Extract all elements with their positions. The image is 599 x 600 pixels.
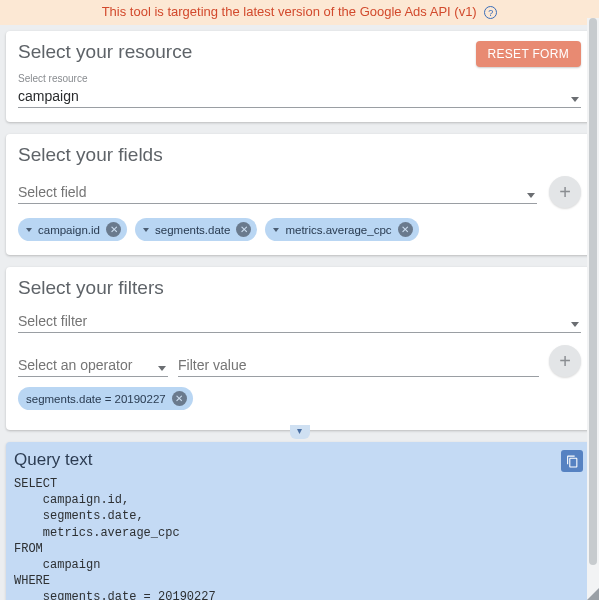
close-icon[interactable]: ✕: [236, 222, 251, 237]
filter-chips: segments.date = 20190227 ✕: [18, 387, 581, 410]
reset-form-button[interactable]: RESET FORM: [476, 41, 581, 67]
field-chip[interactable]: metrics.average_cpc ✕: [265, 218, 418, 241]
field-select[interactable]: [18, 180, 537, 204]
add-field-button[interactable]: +: [549, 176, 581, 208]
filter-select[interactable]: [18, 309, 581, 333]
banner-text: This tool is targeting the latest versio…: [102, 4, 360, 19]
help-icon[interactable]: ?: [484, 6, 497, 19]
filter-value-input[interactable]: [178, 353, 539, 377]
chip-label: segments.date: [155, 224, 230, 236]
resource-card: Select your resource RESET FORM Select r…: [6, 31, 593, 122]
add-filter-button[interactable]: +: [549, 345, 581, 377]
fields-card: Select your fields + campaign.id ✕ segme…: [6, 134, 593, 255]
scrollbar-vertical[interactable]: [587, 18, 599, 600]
chip-label: segments.date = 20190227: [26, 393, 166, 405]
close-icon[interactable]: ✕: [106, 222, 121, 237]
chip-label: campaign.id: [38, 224, 100, 236]
chevron-down-icon: [143, 228, 149, 232]
scrollbar-thumb[interactable]: [589, 18, 597, 565]
copy-button[interactable]: [561, 450, 583, 472]
fields-title: Select your fields: [18, 144, 581, 166]
filter-chip[interactable]: segments.date = 20190227 ✕: [18, 387, 193, 410]
copy-icon: [566, 455, 579, 468]
query-text[interactable]: SELECT campaign.id, segments.date, metri…: [14, 476, 583, 600]
close-icon[interactable]: ✕: [172, 391, 187, 406]
filters-title: Select your filters: [18, 277, 581, 299]
filters-card: Select your filters + segments.date = 20…: [6, 267, 593, 430]
field-chip[interactable]: segments.date ✕: [135, 218, 257, 241]
resize-handle-icon[interactable]: [587, 588, 599, 600]
field-chips: campaign.id ✕ segments.date ✕ metrics.av…: [18, 218, 581, 241]
field-chip[interactable]: campaign.id ✕: [18, 218, 127, 241]
resource-select[interactable]: [18, 84, 581, 108]
drag-handle-icon[interactable]: ▾: [290, 425, 310, 439]
query-title: Query text: [14, 450, 583, 470]
api-version-link[interactable]: Google Ads API (v1): [360, 4, 477, 19]
resource-label: Select resource: [18, 73, 581, 84]
operator-select[interactable]: [18, 353, 168, 377]
chip-label: metrics.average_cpc: [285, 224, 391, 236]
chevron-down-icon: [273, 228, 279, 232]
chevron-down-icon: [26, 228, 32, 232]
api-version-banner: This tool is targeting the latest versio…: [0, 0, 599, 25]
close-icon[interactable]: ✕: [398, 222, 413, 237]
query-panel: Query text SELECT campaign.id, segments.…: [6, 442, 593, 600]
